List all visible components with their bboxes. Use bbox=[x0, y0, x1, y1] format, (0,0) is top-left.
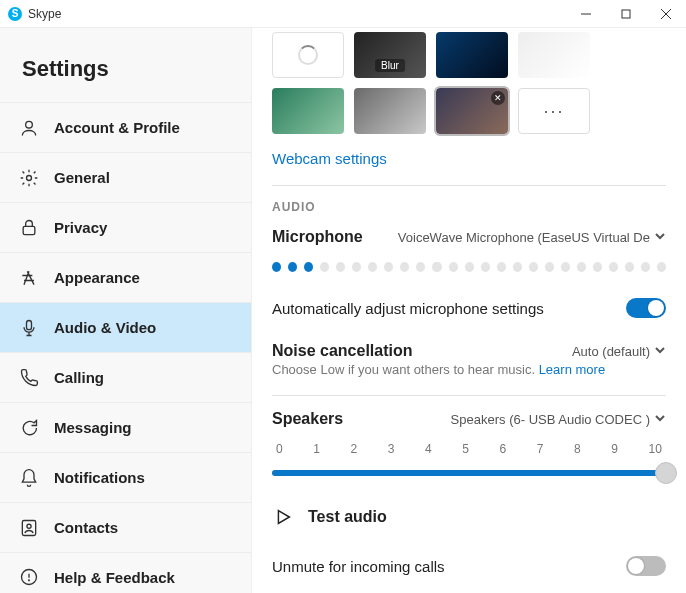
mic-level-dot bbox=[529, 262, 538, 272]
background-thumb-6[interactable] bbox=[354, 88, 426, 134]
mic-level-dot bbox=[352, 262, 361, 272]
microphone-device-value: VoiceWave Microphone (EaseUS Virtual De bbox=[398, 230, 650, 245]
microphone-label: Microphone bbox=[272, 228, 363, 246]
sidebar-item-label: Account & Profile bbox=[54, 119, 180, 136]
auto-adjust-toggle[interactable] bbox=[626, 298, 666, 318]
mic-level-dot bbox=[416, 262, 425, 272]
sidebar-item-label: Appearance bbox=[54, 269, 140, 286]
mic-level-dot bbox=[384, 262, 393, 272]
noise-helper-text: Choose Low if you want others to hear mu… bbox=[272, 362, 666, 377]
sidebar-item-audio-video[interactable]: Audio & Video bbox=[0, 302, 251, 352]
svg-point-12 bbox=[29, 580, 30, 581]
settings-content: Blur ✕ ··· Webcam settings AUDIO Microph… bbox=[252, 28, 686, 593]
svg-point-9 bbox=[27, 524, 31, 528]
sidebar-item-label: Contacts bbox=[54, 519, 118, 536]
unmute-toggle[interactable] bbox=[626, 556, 666, 576]
test-audio-button[interactable]: Test audio bbox=[272, 506, 666, 528]
mic-level-dot bbox=[561, 262, 570, 272]
scale-tick: 9 bbox=[611, 442, 618, 456]
audio-section-label: AUDIO bbox=[272, 200, 666, 214]
more-label: ··· bbox=[543, 101, 564, 122]
speakers-device-value: Speakers (6- USB Audio CODEC ) bbox=[451, 412, 650, 427]
chevron-down-icon bbox=[654, 412, 666, 427]
mic-level-dot bbox=[545, 262, 554, 272]
mic-level-dot bbox=[657, 262, 666, 272]
speaker-scale: 012345678910 bbox=[272, 442, 666, 456]
mic-level-dot bbox=[577, 262, 586, 272]
mic-level-dot bbox=[336, 262, 345, 272]
help-feedback-icon bbox=[18, 566, 40, 588]
notifications-icon bbox=[18, 467, 40, 489]
mic-level-dot bbox=[368, 262, 377, 272]
background-thumbs-row1: Blur bbox=[272, 32, 666, 78]
scale-tick: 7 bbox=[537, 442, 544, 456]
sidebar-item-contacts[interactable]: Contacts bbox=[0, 502, 251, 552]
background-thumb-3[interactable] bbox=[436, 32, 508, 78]
contacts-icon bbox=[18, 517, 40, 539]
mic-level-dot bbox=[320, 262, 329, 272]
speakers-label: Speakers bbox=[272, 410, 343, 428]
scale-tick: 10 bbox=[649, 442, 662, 456]
sidebar-item-general[interactable]: General bbox=[0, 152, 251, 202]
sidebar-item-label: Privacy bbox=[54, 219, 107, 236]
background-thumb-selected[interactable]: ✕ bbox=[436, 88, 508, 134]
mic-level-dot bbox=[432, 262, 441, 272]
window-close-button[interactable] bbox=[646, 0, 686, 28]
mic-level-dot bbox=[641, 262, 650, 272]
speakers-device-select[interactable]: Speakers (6- USB Audio CODEC ) bbox=[451, 412, 666, 427]
appearance-icon bbox=[18, 267, 40, 289]
background-thumb-none[interactable] bbox=[272, 32, 344, 78]
auto-adjust-label: Automatically adjust microphone settings bbox=[272, 300, 544, 317]
skype-logo-icon: S bbox=[8, 7, 22, 21]
noise-cancellation-value: Auto (default) bbox=[572, 344, 650, 359]
scale-tick: 8 bbox=[574, 442, 581, 456]
sidebar-item-account-profile[interactable]: Account & Profile bbox=[0, 102, 251, 152]
thumb-label: Blur bbox=[375, 59, 405, 72]
sidebar-item-appearance[interactable]: Appearance bbox=[0, 252, 251, 302]
scale-tick: 4 bbox=[425, 442, 432, 456]
sidebar-item-calling[interactable]: Calling bbox=[0, 352, 251, 402]
webcam-settings-link[interactable]: Webcam settings bbox=[272, 150, 387, 167]
sidebar-item-help-feedback[interactable]: Help & Feedback bbox=[0, 552, 251, 593]
background-thumb-4[interactable] bbox=[518, 32, 590, 78]
mic-level-dot bbox=[304, 262, 313, 272]
svg-point-5 bbox=[27, 175, 32, 180]
mic-level-dot bbox=[288, 262, 297, 272]
sidebar-item-label: Notifications bbox=[54, 469, 145, 486]
chevron-down-icon bbox=[654, 230, 666, 245]
scale-tick: 1 bbox=[313, 442, 320, 456]
speaker-volume-slider[interactable] bbox=[272, 462, 666, 484]
sidebar-item-notifications[interactable]: Notifications bbox=[0, 452, 251, 502]
mic-level-dot bbox=[609, 262, 618, 272]
svg-rect-6 bbox=[23, 226, 35, 234]
sidebar-item-label: Help & Feedback bbox=[54, 569, 175, 586]
mic-level-dot bbox=[449, 262, 458, 272]
calling-icon bbox=[18, 367, 40, 389]
microphone-device-select[interactable]: VoiceWave Microphone (EaseUS Virtual De bbox=[398, 230, 666, 245]
unmute-label: Unmute for incoming calls bbox=[272, 558, 445, 575]
chevron-down-icon bbox=[654, 344, 666, 359]
background-thumb-more[interactable]: ··· bbox=[518, 88, 590, 134]
mic-level-dot bbox=[465, 262, 474, 272]
background-thumbs-row2: ✕ ··· bbox=[272, 88, 666, 134]
mic-level-dot bbox=[497, 262, 506, 272]
remove-background-icon[interactable]: ✕ bbox=[491, 91, 505, 105]
mic-level-dot bbox=[593, 262, 602, 272]
learn-more-link[interactable]: Learn more bbox=[539, 362, 605, 377]
background-thumb-5[interactable] bbox=[272, 88, 344, 134]
background-thumb-blur[interactable]: Blur bbox=[354, 32, 426, 78]
mic-level-dot bbox=[513, 262, 522, 272]
window-maximize-button[interactable] bbox=[606, 0, 646, 28]
app-title: Skype bbox=[28, 7, 61, 21]
sidebar-item-label: Calling bbox=[54, 369, 104, 386]
sidebar-item-privacy[interactable]: Privacy bbox=[0, 202, 251, 252]
sidebar-item-label: Audio & Video bbox=[54, 319, 156, 336]
slider-handle[interactable] bbox=[655, 462, 677, 484]
scale-tick: 2 bbox=[351, 442, 358, 456]
audio-video-icon bbox=[18, 317, 40, 339]
svg-rect-1 bbox=[622, 10, 630, 18]
sidebar-item-messaging[interactable]: Messaging bbox=[0, 402, 251, 452]
noise-cancellation-select[interactable]: Auto (default) bbox=[572, 344, 666, 359]
window-minimize-button[interactable] bbox=[566, 0, 606, 28]
loading-icon bbox=[298, 45, 318, 65]
